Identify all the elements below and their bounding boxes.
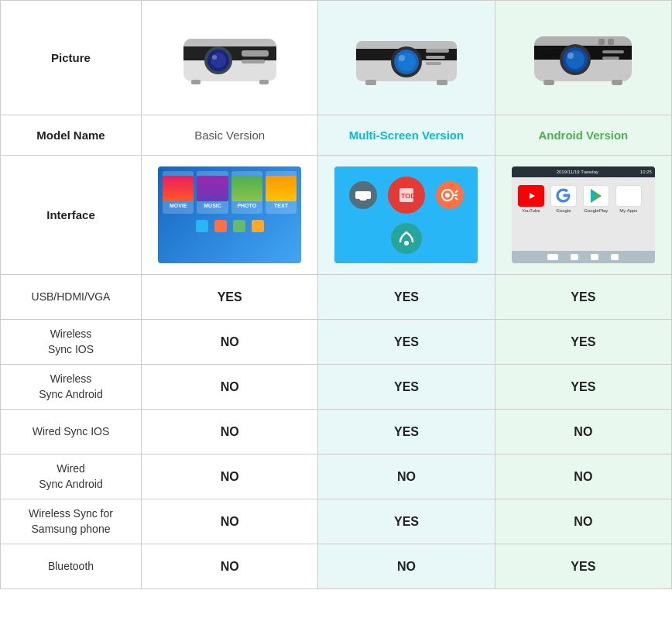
row-wired-android-label: WiredSync Android [1, 455, 142, 499]
model-basic-cell: Basic Version [142, 115, 318, 156]
row-wireless-samsung-android-value: NO [574, 515, 592, 528]
android-bottom-icon2 [571, 254, 578, 260]
row-wired-ios-multi: YES [318, 410, 495, 455]
row-wireless-ios: WirelessSync IOS NO YES YES [1, 320, 672, 365]
row-wired-ios-android: NO [495, 410, 671, 455]
svg-rect-18 [426, 49, 449, 53]
row-wireless-android-android: YES [495, 365, 671, 410]
svg-line-44 [455, 197, 458, 200]
row-bluetooth-basic-value: NO [221, 560, 239, 573]
row-wireless-android-multi: YES [318, 365, 495, 410]
row-wireless-samsung-label: Wireless Sync forSamsung phone [1, 499, 142, 544]
screen-android: 2019/11/19 Tuesday 10:25 YouTube [512, 166, 655, 263]
svg-rect-32 [602, 50, 624, 53]
svg-rect-35 [612, 80, 622, 85]
row-wired-ios: Wired Sync IOS NO YES NO [1, 410, 672, 455]
android-bottom-icon4 [611, 254, 619, 260]
row-bluetooth-multi: NO [318, 544, 495, 589]
android-bottom-icon1 [547, 254, 558, 260]
model-name-label-text: Model Name [36, 129, 105, 142]
row-usb-multi: YES [318, 275, 495, 320]
row-wired-ios-label: Wired Sync IOS [1, 410, 142, 455]
row-usb-label-text: USB/HDMI/VGA [32, 290, 111, 303]
model-android-text: Android Version [538, 129, 628, 142]
model-android-cell: Android Version [495, 115, 671, 156]
app-google: Google [550, 185, 577, 213]
row-wired-android-multi-value: NO [397, 470, 416, 483]
multi-icon-proj [436, 181, 464, 209]
svg-rect-34 [543, 80, 554, 85]
android-statusbar: 2019/11/19 Tuesday 10:25 [512, 166, 655, 177]
row-bluetooth-basic: NO [142, 544, 318, 589]
app-myapps-label: My Apps [619, 208, 637, 213]
app-youtube: YouTube [518, 185, 544, 213]
screen-cell-music: MUSIC [197, 171, 228, 214]
svg-point-41 [445, 193, 450, 197]
multi-icon-hdmi [349, 181, 377, 209]
picture-android [495, 1, 671, 115]
screen-multi-row1: TODO [349, 177, 464, 214]
screen-basic-bottom-icons [163, 220, 297, 259]
svg-rect-9 [191, 80, 201, 84]
screen-cell-movie: MOVIE [163, 171, 194, 214]
row-wireless-android-basic: NO [142, 365, 318, 410]
screen-basic: MOVIE MUSIC PHOTO TEXT [158, 166, 301, 263]
row-wireless-samsung-multi-value: YES [394, 515, 419, 528]
interface-multi-img: TODO [334, 166, 478, 265]
svg-rect-30 [598, 39, 605, 45]
row-wireless-ios-android: YES [495, 320, 671, 365]
row-wireless-ios-basic-value: NO [221, 335, 239, 348]
interface-multi-cell: TODO [318, 156, 495, 275]
projector-android-img [500, 12, 667, 105]
projector-multi-img [323, 12, 489, 105]
svg-point-6 [212, 55, 217, 60]
svg-text:TODO: TODO [401, 192, 416, 200]
row-wireless-android-label-text: WirelessSync Android [39, 372, 103, 400]
interface-basic-cell: MOVIE MUSIC PHOTO TEXT [142, 156, 318, 275]
android-date: 2019/11/19 Tuesday [515, 170, 640, 174]
model-multi-text: Multi-Screen Version [349, 129, 464, 142]
svg-rect-20 [426, 62, 441, 65]
row-wired-android-android: NO [495, 455, 671, 499]
row-wireless-android-basic-value: NO [221, 380, 239, 393]
screen-cell-text: TEXT [266, 171, 297, 214]
projector-android-svg [525, 19, 641, 97]
model-basic-text: Basic Version [194, 129, 265, 142]
svg-rect-10 [259, 80, 269, 84]
app-googleplay: GooglePlay [583, 185, 609, 213]
row-wireless-ios-basic: NO [142, 320, 318, 365]
row-wireless-samsung-multi: YES [318, 499, 495, 544]
row-usb-label: USB/HDMI/VGA [1, 275, 142, 320]
row-wired-ios-multi-value: YES [394, 425, 419, 438]
svg-point-16 [397, 53, 416, 71]
app-youtube-label: YouTube [522, 208, 540, 213]
multi-icon-todo: TODO [388, 177, 425, 214]
projector-basic-svg [172, 19, 288, 97]
svg-rect-36 [355, 191, 371, 199]
row-bluetooth-android-value: YES [571, 560, 595, 573]
svg-rect-21 [365, 80, 376, 85]
interface-row: Interface MOVIE MUSIC PHOTO [1, 156, 672, 275]
row-usb-android: YES [495, 275, 671, 320]
interface-android-cell: 2019/11/19 Tuesday 10:25 YouTube [495, 156, 671, 275]
row-wireless-android-label: WirelessSync Android [1, 365, 142, 410]
picture-label: Picture [1, 1, 142, 115]
row-bluetooth: Bluetooth NO NO YES [1, 544, 672, 589]
screen-multi-row2 [391, 223, 422, 254]
svg-point-45 [404, 241, 409, 245]
picture-label-text: Picture [51, 51, 91, 64]
row-bluetooth-label-text: Bluetooth [48, 560, 94, 572]
svg-rect-33 [602, 57, 619, 60]
row-wireless-ios-android-value: YES [571, 335, 595, 348]
model-multi-cell: Multi-Screen Version [318, 115, 495, 156]
row-wireless-samsung-basic: NO [142, 499, 318, 544]
row-wireless-android-android-value: YES [571, 380, 595, 393]
row-wired-ios-basic-value: NO [221, 425, 239, 438]
row-wired-android-android-value: NO [574, 470, 592, 483]
row-wired-ios-label-text: Wired Sync IOS [33, 425, 110, 437]
svg-rect-7 [242, 50, 269, 57]
projector-basic-img [146, 12, 313, 105]
svg-point-17 [399, 55, 405, 61]
row-wired-ios-android-value: NO [574, 425, 592, 438]
row-wired-ios-basic: NO [142, 410, 318, 455]
